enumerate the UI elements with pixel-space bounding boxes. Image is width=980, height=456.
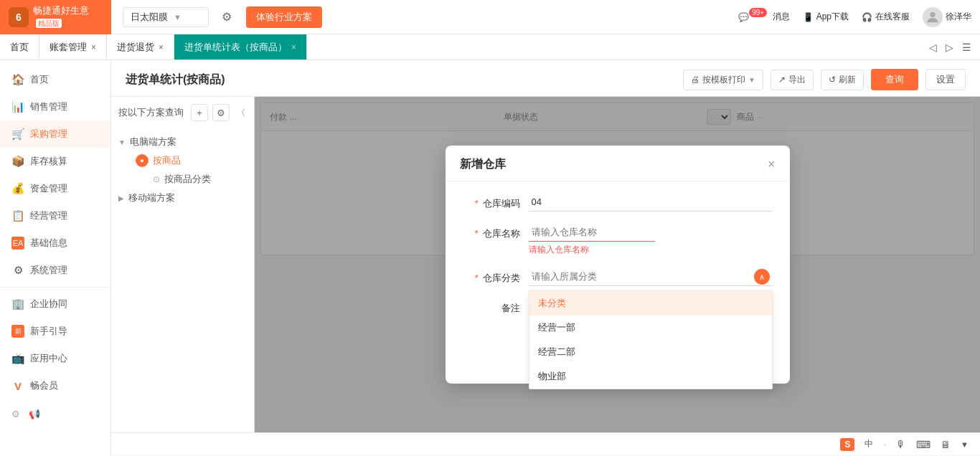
close-tab-account[interactable]: × [91,42,96,52]
sidebar-item-home[interactable]: 🏠 首页 [0,66,110,93]
filter-tree: ▼ 电脑端方案 ● 按商品 ⊙ 按商品分类 ▶ [111,133,254,207]
message-icon: 💬 [738,12,749,22]
trial-button[interactable]: 体验行业方案 [246,6,322,28]
filter-title: 按以下方案查询 [118,106,184,119]
category-dropdown-list: 未分类 经营一部 经营二部 物业部 [529,290,773,389]
operations-icon: 📋 [11,209,24,222]
tree-item-mobile[interactable]: ▶ 移动端方案 [118,189,254,207]
close-tab-purchase-stats[interactable]: × [291,42,296,52]
tab-purchase-return[interactable]: 进货退货 × [107,34,174,60]
sidebar-item-purchase[interactable]: 🛒 采购管理 [0,120,110,148]
name-row-inner: * 仓库名称 [463,223,655,242]
add-filter-btn[interactable]: + [191,104,208,121]
set-button[interactable]: 设置 [925,69,966,90]
sidebar-item-enterprise[interactable]: 🏢 企业协同 [0,290,110,318]
tree-sub-pc: ● 按商品 ⊙ 按商品分类 [118,151,254,189]
app-center-icon: 📺 [11,352,24,365]
app-name: 畅捷通好生意 [33,5,89,17]
content-area: 进货单统计(按商品) 🖨 按模板打印 ▼ ↗ 导出 ↺ 刷新 查询 [111,60,980,456]
modal-close-button[interactable]: × [768,157,776,172]
code-label: * 仓库编码 [463,193,520,210]
tab-purchase-stats[interactable]: 进货单统计表（按商品） × [174,34,307,60]
category-dropdown-wrap: ∧ 未分类 经营一部 [529,267,773,286]
guide-icon: 新 [11,325,24,338]
online-service-item[interactable]: 🎧 在线客服 [862,11,910,23]
purchase-icon: 🛒 [11,128,24,141]
category-required-mark: * [475,272,479,283]
print-icon: 🖨 [691,75,699,85]
sidebar-item-sales[interactable]: 📊 销售管理 [0,93,110,120]
add-warehouse-modal: 新增仓库 × * 仓库编码 [446,146,790,384]
dropdown-item-unclassified[interactable]: 未分类 [529,291,772,315]
export-icon: ↗ [778,75,786,85]
svg-point-0 [930,11,935,16]
sidebar-item-operations[interactable]: 📋 经营管理 [0,202,110,229]
store-selector[interactable]: 日太阳膜 ▼ [123,7,209,27]
category-label: * 仓库分类 [463,267,520,285]
store-dropdown-arrow: ▼ [174,13,182,22]
app-download-item[interactable]: 📱 App下载 [803,11,849,23]
sidebar-item-vip[interactable]: V 畅会员 [0,372,110,399]
config-filter-btn[interactable]: ⚙ [212,104,230,121]
dropdown-bottom-icon[interactable]: ▼ [961,440,969,449]
system-icon: ⚙ [11,264,24,277]
close-tab-purchase-return[interactable]: × [159,42,164,52]
settings-bottom-icon[interactable]: ⚙ [11,409,20,419]
speaker-icon[interactable]: 📢 [29,409,40,419]
sidebar: 🏠 首页 📊 销售管理 🛒 采购管理 📦 库存核算 💰 资金管理 📋 经营管理 … [0,60,111,456]
tree-arrow-pc: ▼ [118,138,126,146]
print-button[interactable]: 🖨 按模板打印 ▼ [683,70,763,90]
tab-next-btn[interactable]: ▷ [943,40,956,54]
code-input[interactable] [529,193,773,212]
sidebar-item-system[interactable]: ⚙ 系统管理 [0,257,110,284]
sidebar-item-basic[interactable]: EA 基础信息 [0,229,110,257]
mobile-icon: 📱 [803,12,814,22]
tab-more-btn[interactable]: ☰ [959,40,974,54]
gear-button[interactable]: ⚙ [216,6,237,28]
headset-icon: 🎧 [862,12,872,22]
monitor-icon[interactable]: 🖥 [941,439,951,450]
tab-bar: 首页 账套管理 × 进货退货 × 进货单统计表（按商品） × ◁ ▷ ☰ [0,34,980,60]
tab-home[interactable]: 首页 [0,34,39,60]
filter-actions: + ⚙ [191,104,230,121]
modal-body: * 仓库编码 * 仓库名称 [446,181,790,341]
export-button[interactable]: ↗ 导出 [771,70,814,90]
logo-area: 6 畅捷通好生意 精品版 [0,0,111,34]
dropdown-item-dept1[interactable]: 经营一部 [529,315,772,340]
sidebar-divider [0,287,110,288]
sidebar-item-app-center[interactable]: 📺 应用中心 [0,345,110,372]
category-icon: ⊙ [153,174,160,184]
tab-account[interactable]: 账套管理 × [39,34,107,60]
dropdown-item-property[interactable]: 物业部 [529,364,772,389]
right-content: 付款 ... 单据状态 商品 [255,97,980,432]
keyboard-icon[interactable]: ⌨ [916,439,930,450]
collapse-button[interactable]: 《 [237,107,245,119]
vip-icon: V [11,379,24,392]
refresh-button[interactable]: ↺ 刷新 [821,70,864,90]
enterprise-icon: 🏢 [11,298,24,310]
bottom-bar: S 中 · 🎙 ⌨ 🖥 ▼ [111,432,980,455]
user-name: 徐泽华 [946,11,971,23]
home-icon: 🏠 [11,73,24,86]
query-button[interactable]: 查询 [871,69,918,90]
sales-icon: 📊 [11,100,24,113]
refresh-icon: ↺ [829,75,836,85]
sidebar-item-inventory[interactable]: 📦 库存核算 [0,148,110,175]
name-input[interactable] [529,223,655,242]
mic-icon[interactable]: 🎙 [896,439,906,450]
dropdown-item-dept2[interactable]: 经营二部 [529,340,772,364]
message-label: 消息 [773,11,790,23]
tree-item-by-category[interactable]: ⊙ 按商品分类 [136,170,254,189]
tree-item-by-product[interactable]: ● 按商品 [136,151,254,170]
category-input[interactable] [529,267,773,286]
code-row: * 仓库编码 [463,193,773,212]
zh-icon[interactable]: 中 [864,438,873,450]
message-item[interactable]: 💬 99+ 消息 [738,11,789,23]
sidebar-item-finance[interactable]: 💰 资金管理 [0,175,110,202]
basic-icon: EA [11,237,24,250]
tab-prev-btn[interactable]: ◁ [926,40,940,54]
sidebar-item-guide[interactable]: 新 新手引导 [0,318,110,345]
user-profile-item[interactable]: 徐泽华 [923,7,971,27]
category-dropdown-arrow[interactable]: ∧ [754,269,770,285]
tree-item-pc[interactable]: ▼ 电脑端方案 [118,133,254,151]
